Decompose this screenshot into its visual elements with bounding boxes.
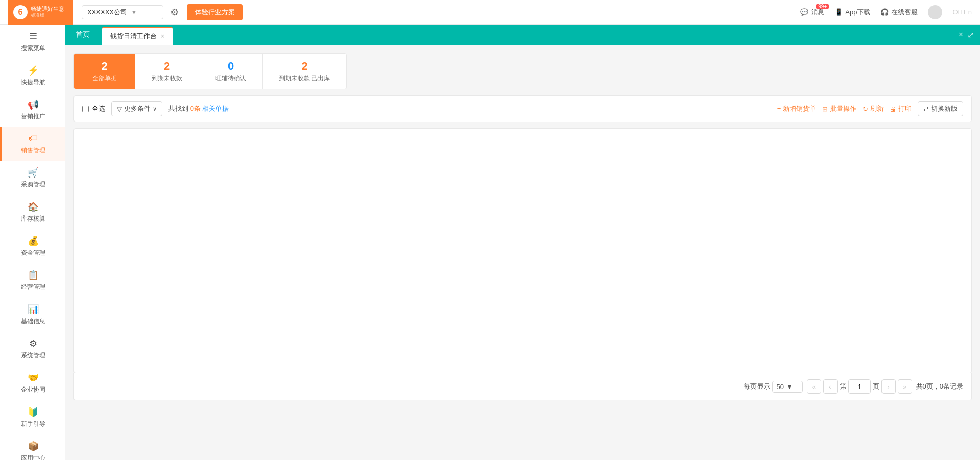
app-download-item[interactable]: 📱 App下载 xyxy=(835,8,870,17)
page-end-label: 页 xyxy=(873,382,879,391)
select-all-checkbox[interactable]: 全选 xyxy=(82,104,105,113)
settings-icon[interactable]: ⚙ xyxy=(168,5,181,20)
avatar-name: OfTEn xyxy=(952,8,972,16)
company-selector[interactable]: XXXXXX公司 ▼ xyxy=(82,5,163,19)
switch-icon: ⇄ xyxy=(923,105,929,113)
tab-home[interactable]: 首页 xyxy=(65,25,100,45)
tab-qianhuo[interactable]: 钱货日清工作台 × xyxy=(102,27,173,45)
stats-tabs: 2 全部单据 2 到期未收款 0 旺辅待确认 2 到期未收款 已出库 xyxy=(74,53,347,89)
stats-tab-overdue-unpaid[interactable]: 2 到期未收款 xyxy=(135,54,199,89)
message-badge: 99+ xyxy=(816,4,829,9)
logo-badge: 标准版 xyxy=(31,12,64,19)
sidebar-item-finance[interactable]: 💰 资金管理 xyxy=(0,229,65,263)
header-right: 💬 消息 99+ 📱 App下载 🎧 在线客服 OfTEn xyxy=(800,5,972,19)
per-page-chevron-icon: ▼ xyxy=(786,383,793,391)
sidebar-item-beginner[interactable]: 🔰 新手引导 xyxy=(0,400,65,434)
sidebar-item-inventory[interactable]: 🏠 库存核算 xyxy=(0,195,65,229)
stat-overdue-out-number: 2 xyxy=(279,60,330,73)
filter-icon: ▽ xyxy=(117,105,122,113)
basic-info-icon: 📊 xyxy=(28,304,39,315)
stat-overdue-label: 到期未收款 xyxy=(152,74,182,83)
stat-wangpu-number: 0 xyxy=(215,60,246,73)
print-icon: 🖨 xyxy=(890,105,896,113)
next-page-button[interactable]: › xyxy=(881,379,896,394)
stat-overdue-number: 2 xyxy=(152,60,182,73)
operations-icon: 📋 xyxy=(28,270,39,281)
refresh-button[interactable]: ↻ 刷新 xyxy=(863,104,884,113)
inventory-icon: 🏠 xyxy=(28,201,39,212)
close-tab-icon[interactable]: × xyxy=(161,33,164,40)
filter-button[interactable]: ▽ 更多条件 ∨ xyxy=(111,101,162,116)
sales-icon: 🏷 xyxy=(29,133,38,144)
stats-tab-overdue-out[interactable]: 2 到期未收款 已出库 xyxy=(263,54,346,89)
last-page-button[interactable]: » xyxy=(898,379,912,394)
stat-all-number: 2 xyxy=(90,60,118,73)
company-name: XXXXXX公司 xyxy=(87,8,127,17)
top-header: 6 畅捷通好生意 标准版 XXXXXX公司 ▼ ⚙ 体验行业方案 💬 消息 99… xyxy=(0,0,980,25)
batch-operation-button[interactable]: ⊞ 批量操作 xyxy=(822,104,856,113)
add-order-button[interactable]: + 新增销货单 xyxy=(777,104,816,113)
sidebar-item-label: 搜索菜单 xyxy=(21,44,45,53)
pagination: 每页显示 50 ▼ « ‹ 第 页 › » 共0页，0条记录 xyxy=(74,373,972,400)
logo-text: 畅捷通好生意 标准版 xyxy=(31,5,64,19)
per-page-selector[interactable]: 50 ▼ xyxy=(772,381,803,393)
page-size-select: 每页显示 50 ▼ xyxy=(744,381,803,393)
stats-tab-wangpu[interactable]: 0 旺辅待确认 xyxy=(199,54,263,89)
maximize-button[interactable]: ⤢ xyxy=(967,30,974,40)
beginner-icon: 🔰 xyxy=(28,406,39,418)
app-download-icon: 📱 xyxy=(835,8,843,16)
related-orders-link[interactable]: 相关单据 xyxy=(202,105,229,112)
sidebar-item-system[interactable]: ⚙ 系统管理 xyxy=(0,332,65,366)
online-service-label: 在线客服 xyxy=(891,8,918,17)
logo-area: 6 畅捷通好生意 标准版 xyxy=(8,0,74,25)
select-all-input[interactable] xyxy=(82,106,89,112)
prev-page-button[interactable]: ‹ xyxy=(823,379,838,394)
toolbar: 全选 ▽ 更多条件 ∨ 共找到 0条 相关单据 + 新增销货单 ⊞ 批量操作 xyxy=(74,95,972,122)
online-service-item[interactable]: 🎧 在线客服 xyxy=(880,8,918,17)
toolbar-right: + 新增销货单 ⊞ 批量操作 ↻ 刷新 🖨 打印 ⇄ 切换新版 xyxy=(777,101,963,116)
toolbar-left: 全选 ▽ 更多条件 ∨ 共找到 0条 相关单据 xyxy=(82,101,229,116)
sidebar-item-marketing[interactable]: 📢 营销推广 xyxy=(0,93,65,127)
filter-label: 更多条件 xyxy=(124,104,151,113)
avatar[interactable] xyxy=(928,5,942,19)
headset-icon: 🎧 xyxy=(880,8,889,16)
logo-line1: 畅捷通好生意 xyxy=(31,5,64,12)
sidebar-item-sales[interactable]: 🏷 销售管理 xyxy=(0,127,65,161)
quick-nav-icon: ⚡ xyxy=(28,65,39,76)
close-window-button[interactable]: × xyxy=(959,30,963,39)
sidebar: ☰ 搜索菜单 ⚡ 快捷导航 📢 营销推广 🏷 销售管理 🛒 采购管理 🏠 库存核… xyxy=(0,25,65,460)
select-all-label: 全选 xyxy=(92,104,105,113)
per-page-value: 50 xyxy=(777,383,784,391)
found-count: 0条 xyxy=(190,105,201,112)
finance-icon: 💰 xyxy=(28,235,39,247)
per-page-label: 每页显示 xyxy=(744,382,770,391)
message-item[interactable]: 💬 消息 99+ xyxy=(800,8,824,17)
tab-bar: 首页 钱货日清工作台 × × ⤢ xyxy=(65,25,980,45)
sidebar-item-enterprise-coop[interactable]: 🤝 企业协同 xyxy=(0,366,65,400)
print-button[interactable]: 🖨 打印 xyxy=(890,104,912,113)
sidebar-item-operations[interactable]: 📋 经营管理 xyxy=(0,263,65,298)
sidebar-item-quick-nav[interactable]: ⚡ 快捷导航 xyxy=(0,59,65,93)
switch-version-button[interactable]: ⇄ 切换新版 xyxy=(918,101,963,116)
first-page-button[interactable]: « xyxy=(807,379,821,394)
found-text: 共找到 0条 相关单据 xyxy=(168,104,229,113)
message-icon: 💬 xyxy=(800,8,808,16)
filter-chevron-icon: ∨ xyxy=(153,106,157,112)
sidebar-item-basic-info[interactable]: 📊 基础信息 xyxy=(0,298,65,332)
search-menu-icon: ☰ xyxy=(29,31,37,42)
app-download-label: App下载 xyxy=(845,8,870,17)
stat-wangpu-label: 旺辅待确认 xyxy=(215,74,246,83)
system-icon: ⚙ xyxy=(29,338,37,349)
purchase-icon: 🛒 xyxy=(28,167,39,178)
current-page-input[interactable] xyxy=(848,379,871,394)
sidebar-item-app-center[interactable]: 📦 应用中心 xyxy=(0,434,65,460)
stats-tab-all[interactable]: 2 全部单据 xyxy=(74,54,135,89)
sidebar-item-purchase[interactable]: 🛒 采购管理 xyxy=(0,161,65,195)
page-nav: « ‹ 第 页 › » xyxy=(807,379,912,394)
stat-all-label: 全部单据 xyxy=(90,74,118,83)
logo-icon: 6 xyxy=(13,5,28,19)
sidebar-item-search-menu[interactable]: ☰ 搜索菜单 xyxy=(0,25,65,59)
chevron-down-icon: ▼ xyxy=(131,9,137,15)
trial-button[interactable]: 体验行业方案 xyxy=(187,4,243,20)
total-text: 共0页，0条记录 xyxy=(916,382,963,391)
